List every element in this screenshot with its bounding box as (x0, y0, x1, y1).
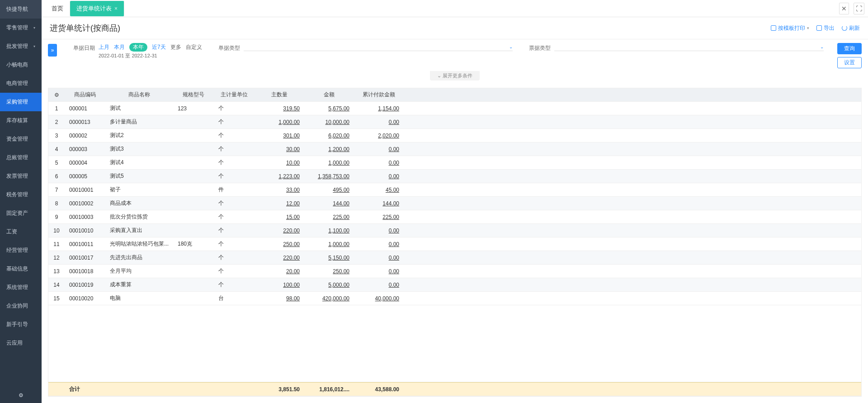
cell-qty[interactable]: 98.00 (255, 292, 304, 305)
export-button[interactable]: 导出 (816, 24, 835, 32)
cell-paid[interactable]: 40,000.00 (354, 292, 404, 305)
sidebar-item-15[interactable]: 系统管理 (0, 278, 42, 297)
sidebar-item-4[interactable]: 电商管理 (0, 74, 42, 93)
cell-paid[interactable]: 225.00 (354, 210, 404, 224)
table-row[interactable]: 700010001裙子件33.00495.0045.00 (48, 183, 861, 197)
sidebar-item-3[interactable]: 小畅电商 (0, 56, 42, 74)
table-row[interactable]: 20000013多计量商品个1,000.0010,000.000.00 (48, 115, 861, 129)
cell-amount[interactable]: 1,200.00 (304, 142, 354, 156)
cell-paid[interactable]: 0.00 (354, 115, 404, 129)
close-tab-button[interactable]: ✕ (839, 3, 849, 14)
cell-amount[interactable]: 5,675.00 (304, 102, 354, 115)
table-settings-header[interactable]: ⚙ (48, 88, 65, 102)
table-row[interactable]: 900010003批次分货位拣货个15.00225.00225.00 (48, 210, 861, 224)
cell-amount[interactable]: 144.00 (304, 197, 354, 210)
date-preset-custom[interactable]: 自定义 (186, 43, 202, 51)
cell-amount[interactable]: 225.00 (304, 210, 354, 224)
fullscreen-button[interactable]: ⛶ (854, 3, 864, 14)
cell-amount[interactable]: 250.00 (304, 265, 354, 278)
table-row[interactable]: 5000004测试4个10.001,000.000.00 (48, 156, 861, 170)
cell-qty[interactable]: 10.00 (255, 156, 304, 170)
table-row[interactable]: 3000002测试2个301.006,020.002,020.00 (48, 129, 861, 142)
cell-qty[interactable]: 1,223.00 (255, 170, 304, 183)
sidebar-item-5[interactable]: 采购管理 (0, 93, 42, 111)
cell-amount[interactable]: 420,000.00 (304, 292, 354, 305)
filter-settings-button[interactable]: 设置 (837, 57, 862, 68)
refresh-button[interactable]: 刷新 (842, 24, 860, 32)
cell-qty[interactable]: 319.50 (255, 102, 304, 115)
collapse-filter-button[interactable]: » (48, 44, 57, 57)
date-preset-last-month[interactable]: 上月 (99, 43, 109, 51)
col-header-spec[interactable]: 规格型号 (173, 88, 214, 102)
cell-qty[interactable]: 220.00 (255, 251, 304, 265)
table-row[interactable]: 6000005测试5个1,223.001,358,753.000.00 (48, 170, 861, 183)
cell-paid[interactable]: 0.00 (354, 224, 404, 237)
table-row[interactable]: 1000010010采购直入直出个220.001,100.000.00 (48, 224, 861, 237)
table-row[interactable]: 1400010019成本重算个100.005,000.000.00 (48, 278, 861, 292)
doc-type-select[interactable]: ⌄ (244, 43, 513, 51)
col-header-code[interactable]: 商品编码 (65, 88, 105, 102)
table-row[interactable]: 1000001测试123个319.505,675.001,154.00 (48, 102, 861, 115)
cell-amount[interactable]: 10,000.00 (304, 115, 354, 129)
cell-qty[interactable]: 250.00 (255, 237, 304, 251)
tab-0[interactable]: 首页 (45, 1, 70, 16)
cell-qty[interactable]: 1,000.00 (255, 115, 304, 129)
sidebar-item-11[interactable]: 固定资产 (0, 204, 42, 223)
cell-qty[interactable]: 100.00 (255, 278, 304, 292)
date-preset-this-year[interactable]: 本年 (129, 43, 147, 52)
cell-amount[interactable]: 1,000.00 (304, 237, 354, 251)
cell-qty[interactable]: 30.00 (255, 142, 304, 156)
table-row[interactable]: 4000003测试3个30.001,200.000.00 (48, 142, 861, 156)
print-template-button[interactable]: 按模板打印 ▾ (771, 24, 809, 32)
sidebar-settings-button[interactable]: ⚙ (0, 388, 42, 403)
sidebar-item-7[interactable]: 资金管理 (0, 130, 42, 148)
cell-paid[interactable]: 45.00 (354, 183, 404, 197)
ticket-type-select[interactable]: ⌄ (554, 43, 824, 51)
cell-paid[interactable]: 0.00 (354, 265, 404, 278)
table-row[interactable]: 1300010018全月平均个20.00250.000.00 (48, 265, 861, 278)
col-header-qty[interactable]: 主数量 (255, 88, 304, 102)
sidebar-item-18[interactable]: 云应用 (0, 334, 42, 352)
table-row[interactable]: 1200010017先进先出商品个220.005,150.000.00 (48, 251, 861, 265)
date-preset-near7[interactable]: 近7天 (152, 43, 166, 51)
table-row[interactable]: 1500010020电脑台98.00420,000.0040,000.00 (48, 292, 861, 305)
cell-amount[interactable]: 495.00 (304, 183, 354, 197)
col-header-paid[interactable]: 累计付款金额 (354, 88, 404, 102)
close-icon[interactable]: × (114, 5, 118, 12)
sidebar-item-9[interactable]: 发票管理 (0, 167, 42, 185)
cell-amount[interactable]: 5,000.00 (304, 278, 354, 292)
cell-paid[interactable]: 1,154.00 (354, 102, 404, 115)
cell-paid[interactable]: 144.00 (354, 197, 404, 210)
cell-qty[interactable]: 20.00 (255, 265, 304, 278)
cell-amount[interactable]: 6,020.00 (304, 129, 354, 142)
cell-paid[interactable]: 0.00 (354, 278, 404, 292)
cell-amount[interactable]: 5,150.00 (304, 251, 354, 265)
sidebar-item-6[interactable]: 库存核算 (0, 111, 42, 130)
sidebar-item-2[interactable]: 批发管理▾ (0, 37, 42, 56)
cell-qty[interactable]: 301.00 (255, 129, 304, 142)
sidebar-item-0[interactable]: 快捷导航 (0, 0, 42, 19)
cell-amount[interactable]: 1,358,753.00 (304, 170, 354, 183)
sidebar-item-10[interactable]: 税务管理 (0, 185, 42, 204)
cell-paid[interactable]: 0.00 (354, 142, 404, 156)
date-preset-this-month[interactable]: 本月 (114, 43, 125, 51)
sidebar-item-13[interactable]: 经营管理 (0, 241, 42, 260)
cell-qty[interactable]: 220.00 (255, 224, 304, 237)
cell-amount[interactable]: 1,100.00 (304, 224, 354, 237)
col-header-name[interactable]: 商品名称 (105, 88, 173, 102)
expand-more-filters[interactable]: ⌄ 展开更多条件 (430, 71, 480, 81)
sidebar-item-12[interactable]: 工资 (0, 223, 42, 241)
sidebar-item-1[interactable]: 零售管理▾ (0, 19, 42, 37)
query-button[interactable]: 查询 (837, 43, 862, 54)
table-row[interactable]: 1100010011光明咕浓咕浓轻巧包莱...180克个250.001,000.… (48, 237, 861, 251)
col-header-amount[interactable]: 金额 (304, 88, 354, 102)
cell-paid[interactable]: 0.00 (354, 156, 404, 170)
table-row[interactable]: 800010002商品成本个12.00144.00144.00 (48, 197, 861, 210)
sidebar-item-17[interactable]: 新手引导 (0, 315, 42, 334)
cell-paid[interactable]: 2,020.00 (354, 129, 404, 142)
cell-paid[interactable]: 0.00 (354, 170, 404, 183)
cell-qty[interactable]: 15.00 (255, 210, 304, 224)
sidebar-item-8[interactable]: 总账管理 (0, 148, 42, 167)
cell-qty[interactable]: 33.00 (255, 183, 304, 197)
cell-amount[interactable]: 1,000.00 (304, 156, 354, 170)
